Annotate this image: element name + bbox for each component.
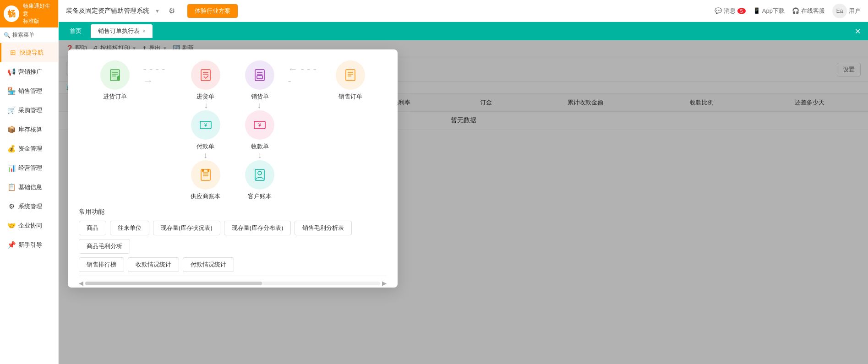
user-menu[interactable]: Ea 用户 — [832, 4, 861, 18]
common-btn-product[interactable]: 商品 — [79, 221, 106, 235]
common-btn-partner[interactable]: 往来单位 — [110, 221, 149, 235]
sidebar-item-label: 快捷导航 — [20, 49, 44, 57]
receipt-bill-icon: ¥ — [245, 110, 274, 140]
message-icon: 💬 — [715, 7, 722, 14]
sidebar-item-finance[interactable]: 💰 资金管理 — [0, 139, 58, 158]
down-arrow-purchase: ↓ — [180, 101, 233, 110]
sidebar-item-quick-nav[interactable]: ⊞ 快捷导航 — [0, 43, 58, 62]
sidebar-item-sales[interactable]: 🏪 销售管理 — [0, 81, 58, 101]
sidebar-item-basic[interactable]: 📋 基础信息 — [0, 178, 58, 197]
service-label: 在线客服 — [801, 7, 825, 15]
purchase-bill-label: 进货单 — [197, 92, 214, 101]
common-btn-stock-status[interactable]: 现存量(库存状况表) — [153, 221, 220, 235]
app-download-button[interactable]: 📱 App下载 — [753, 7, 785, 15]
scroll-right-icon[interactable]: ▶ — [382, 280, 387, 287]
scrollbar-thumb[interactable] — [85, 282, 262, 285]
svg-rect-23 — [202, 169, 204, 172]
common-btn-sales-rank[interactable]: 销售排行榜 — [79, 257, 124, 272]
content-area: ❓ 帮助 🖨 按模板打印 ▼ ⬆ 导出 ▼ 🔄 刷新 — [59, 40, 868, 364]
common-btn-receipt-stats[interactable]: 收款情况统计 — [128, 257, 179, 272]
sidebar-item-label: 销售管理 — [18, 87, 42, 95]
purchase-order-icon — [100, 60, 130, 90]
tab-sales-order[interactable]: 销售订单执行表 × — [91, 24, 153, 38]
common-btn-payment-stats[interactable]: 付款情况统计 — [183, 257, 234, 272]
avatar: Ea — [832, 4, 847, 18]
flow-node-supplier-ledger[interactable]: 供应商账本 — [179, 160, 233, 201]
sidebar-item-label: 基础信息 — [18, 183, 42, 191]
modal-dialog: 进货订单 - - - - → — [68, 49, 398, 288]
search-icon: 🔍 — [4, 32, 11, 38]
tab-bar-close-button[interactable]: ✕ — [851, 25, 864, 38]
flow-node-sales-order[interactable]: 销售订单 — [323, 60, 377, 101]
flow-node-receipt-bill[interactable]: ¥ 收款单 — [233, 110, 287, 151]
modal-overlay[interactable]: 进货订单 - - - - → — [59, 40, 868, 364]
svg-rect-11 — [346, 70, 355, 81]
settings-icon[interactable]: ⚙ — [165, 5, 178, 17]
tab-home[interactable]: 首页 — [62, 24, 89, 38]
sidebar-item-label: 采购管理 — [18, 106, 42, 114]
flow-node-customer-ledger[interactable]: 客户账本 — [233, 160, 287, 201]
sidebar-item-inventory[interactable]: 📦 库存核算 — [0, 120, 58, 139]
svg-text:¥: ¥ — [204, 122, 207, 128]
sidebar-item-label: 库存核算 — [18, 125, 42, 134]
tab-home-label: 首页 — [70, 27, 82, 35]
scroll-left-icon[interactable]: ◀ — [79, 280, 83, 287]
sales-bill-icon — [245, 60, 274, 90]
sidebar-item-enterprise[interactable]: 🤝 企业协同 — [0, 216, 58, 235]
sidebar-search[interactable]: 🔍 搜索菜单 — [0, 27, 58, 43]
top-bar-right: 💬 消息 5 📱 App下载 🎧 在线客服 Ea 用户 — [715, 4, 861, 18]
main-content: 装备及固定资产辅助管理系统 ▼ ⚙ 体验行业方案 💬 消息 5 📱 App下载 … — [59, 0, 868, 364]
message-button[interactable]: 💬 消息 5 — [715, 7, 746, 15]
top-bar: 装备及固定资产辅助管理系统 ▼ ⚙ 体验行业方案 💬 消息 5 📱 App下载 … — [59, 0, 868, 22]
common-functions-title: 常用功能 — [79, 208, 387, 216]
payment-bill-icon: ¥ — [191, 110, 220, 140]
online-service-button[interactable]: 🎧 在线客服 — [792, 7, 825, 15]
operation-icon: 📊 — [7, 164, 16, 172]
sidebar-item-operation[interactable]: 📊 经营管理 — [0, 158, 58, 178]
flow-node-payment-bill[interactable]: ¥ 付款单 — [179, 110, 233, 151]
guide-icon: 📌 — [7, 241, 16, 249]
tab-sales-order-label: 销售订单执行表 — [98, 27, 140, 35]
arrow-2: ← - - - - — [287, 63, 323, 87]
flow-node-sales-bill[interactable]: 销货单 — [233, 60, 287, 101]
common-btns-row1: 商品 往来单位 现存量(库存状况表) 现存量(库存分布表) 销售毛利分析表 商品… — [79, 221, 387, 254]
payment-bill-label: 付款单 — [197, 142, 214, 151]
customer-ledger-label: 客户账本 — [248, 192, 272, 201]
common-btn-sales-profit[interactable]: 销售毛利分析表 — [295, 221, 352, 235]
scrollbar-track — [85, 282, 380, 285]
quick-nav-icon: ⊞ — [9, 49, 17, 57]
logo-text: 畅康通好生意标准版 — [23, 2, 55, 25]
svg-text:¥: ¥ — [258, 122, 262, 128]
sales-order-icon — [336, 60, 365, 90]
sidebar-item-purchase[interactable]: 🛒 采购管理 — [0, 101, 58, 120]
tab-close-icon[interactable]: × — [142, 28, 145, 34]
flow-node-purchase-bill[interactable]: 进货单 — [178, 60, 233, 101]
sidebar-item-marketing[interactable]: 📢 营销推广 — [0, 62, 58, 81]
common-functions: 常用功能 商品 往来单位 现存量(库存状况表) 现存量(库存分布表) 销售毛利分… — [79, 208, 387, 272]
sidebar-item-guide[interactable]: 📌 新手引导 — [0, 235, 58, 255]
sidebar-item-label: 新手引导 — [18, 241, 42, 249]
down-arrow-payment: ↓ — [179, 151, 233, 160]
system-icon: ⚙ — [7, 202, 16, 211]
common-btn-product-profit[interactable]: 商品毛利分析 — [79, 239, 130, 254]
logo-icon: 畅 — [4, 5, 19, 22]
flow-chart: 进货订单 - - - - → — [79, 60, 387, 201]
sales-bill-label: 销货单 — [251, 92, 269, 101]
sidebar-item-system[interactable]: ⚙ 系统管理 — [0, 197, 58, 216]
sales-icon: 🏪 — [7, 87, 16, 95]
svg-rect-24 — [207, 169, 209, 172]
download-icon: 📱 — [753, 7, 760, 14]
sidebar-logo: 畅 畅康通好生意标准版 — [0, 0, 58, 27]
modal-scrollbar: ◀ ▶ — [79, 276, 387, 288]
sidebar-item-label: 系统管理 — [18, 202, 42, 211]
sidebar-item-label: 经营管理 — [18, 164, 42, 172]
experience-button[interactable]: 体验行业方案 — [187, 4, 238, 18]
search-label: 搜索菜单 — [12, 31, 34, 39]
common-btns-row2: 销售排行榜 收款情况统计 付款情况统计 — [79, 257, 387, 272]
app-title: 装备及固定资产辅助管理系统 — [66, 7, 149, 15]
message-badge: 5 — [737, 8, 746, 14]
common-btn-stock-dist[interactable]: 现存量(库存分布表) — [224, 221, 291, 235]
arrow-1: - - - - → — [142, 63, 179, 87]
service-icon: 🎧 — [792, 7, 799, 14]
flow-node-purchase-order[interactable]: 进货订单 — [88, 60, 142, 101]
